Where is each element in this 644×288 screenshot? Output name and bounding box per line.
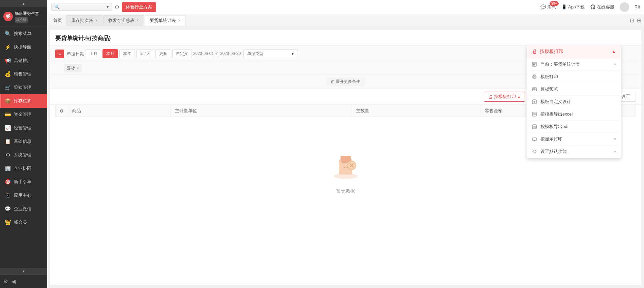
print-dropdown-item-current[interactable]: 当前：要货单统计表 ▾ bbox=[527, 58, 621, 71]
order-type-label: 要货 bbox=[67, 65, 75, 71]
enterprise-wechat-icon: 💬 bbox=[4, 205, 11, 212]
print-template-button[interactable]: 🖨 按模板打印 ▲ bbox=[484, 92, 525, 102]
tab-order-summary[interactable]: 要货单统计表 × bbox=[145, 15, 185, 26]
sidebar-item-label: 销售管理 bbox=[14, 71, 31, 77]
tab-inventory-batch-close[interactable]: × bbox=[95, 18, 97, 23]
order-type-filter: 要货 ▾ bbox=[64, 64, 82, 72]
type-filter-dropdown-icon: ▾ bbox=[292, 52, 294, 56]
app-download-button[interactable]: 📱 App下载 bbox=[561, 4, 585, 10]
sidebar-item-finance[interactable]: 💳 资金管理 bbox=[0, 108, 47, 121]
table-settings-header[interactable]: ⚙ bbox=[56, 105, 68, 117]
print-dropdown-item-default-func[interactable]: 设置默认功能 ▾ bbox=[527, 146, 621, 158]
date-btn-more[interactable]: 更多 bbox=[155, 49, 171, 58]
tab-restore-icon[interactable]: ⊡ bbox=[630, 17, 634, 24]
svg-point-33 bbox=[534, 151, 535, 152]
print-dropdown-item-export-excel[interactable]: 按模板导出excel bbox=[527, 108, 621, 121]
sidebar-item-beginner[interactable]: 🎯 新手引导 bbox=[0, 175, 47, 189]
svg-rect-29 bbox=[532, 138, 536, 140]
username-label[interactable]: Rit bbox=[635, 4, 640, 9]
sidebar-item-label: 经营管理 bbox=[14, 125, 31, 131]
sidebar-item-operations[interactable]: 📈 经营管理 bbox=[0, 121, 47, 135]
marketing-icon: 📢 bbox=[4, 57, 11, 64]
template-print-label: 模板打印 bbox=[540, 74, 558, 80]
svg-point-18 bbox=[534, 89, 535, 90]
date-btn-last-month[interactable]: 上月 bbox=[86, 49, 101, 58]
print-dropdown-close-icon[interactable]: ▲ bbox=[611, 49, 616, 54]
table-header-quantity: 主数量 bbox=[352, 105, 480, 117]
tabbar: 首页 库存批次账 × 收发存汇总表 × 要货单统计表 × ⊡ ⊞ bbox=[47, 14, 644, 27]
tab-receipts-summary-close[interactable]: × bbox=[137, 18, 139, 23]
inventory-icon: 📦 bbox=[4, 98, 11, 104]
settings-bottom-icon[interactable]: ⚙ bbox=[3, 278, 8, 285]
export-pdf-icon: PDF bbox=[532, 124, 537, 129]
collapse-sidebar-icon[interactable]: ◀ bbox=[11, 278, 16, 285]
date-filter-label: 单据日期 bbox=[67, 51, 84, 57]
type-filter-select[interactable]: 单据类型 ▾ bbox=[243, 49, 297, 58]
empty-text: 暂无数据 bbox=[336, 188, 355, 194]
enterprise-icon: 🏢 bbox=[4, 165, 11, 172]
tab-maximize-icon[interactable]: ⊞ bbox=[637, 17, 641, 24]
tab-home[interactable]: 首页 bbox=[50, 15, 65, 26]
sidebar-item-purchase[interactable]: 🛒 采购管理 bbox=[0, 81, 47, 94]
print-dropdown-item-export-pdf[interactable]: PDF 按模板导出pdf bbox=[527, 121, 621, 133]
date-btn-custom[interactable]: 自定义 bbox=[172, 49, 192, 58]
sidebar-item-quick-nav[interactable]: ⚡ 快捷导航 bbox=[0, 40, 47, 54]
print-arrow-icon: ▲ bbox=[517, 95, 521, 99]
topbar-search-box[interactable]: 🔍 ▾ bbox=[51, 3, 112, 11]
sidebar-item-label: 搜索菜单 bbox=[14, 31, 31, 37]
industry-solution-button[interactable]: 体验行业方案 bbox=[122, 2, 156, 12]
beginner-icon: 🎯 bbox=[4, 179, 11, 185]
expand-filter-button[interactable]: » bbox=[55, 50, 64, 58]
svg-rect-7 bbox=[342, 162, 348, 163]
topbar-gear-icon[interactable]: ⚙ bbox=[115, 4, 119, 10]
sidebar-item-marketing[interactable]: 📢 营销推广 bbox=[0, 54, 47, 67]
sidebar-scroll-down[interactable]: ▼ bbox=[0, 268, 47, 275]
sidebar-item-search[interactable]: 🔍 搜索菜单 bbox=[0, 27, 47, 40]
tab-order-summary-close[interactable]: × bbox=[178, 18, 180, 23]
sidebar-item-label: 采购管理 bbox=[14, 85, 31, 91]
topbar: 🔍 ▾ ⚙ 体验行业方案 💬 消息 99+ 📱 App下载 🎧 在线客服 Rit bbox=[47, 0, 644, 14]
svg-rect-2 bbox=[341, 156, 351, 162]
print-dropdown-header: 🖨 按模板打印 ▲ bbox=[527, 45, 621, 58]
display-print-arrow: ▾ bbox=[614, 137, 616, 141]
sidebar-item-app-center[interactable]: 📱 应用中心 bbox=[0, 189, 47, 202]
operations-icon: 📈 bbox=[4, 125, 11, 131]
tab-inventory-batch[interactable]: 库存批次账 × bbox=[66, 15, 103, 26]
print-dropdown-item-template-preview[interactable]: 模板预览 bbox=[527, 83, 621, 96]
print-dropdown-item-template-print[interactable]: 模板打印 bbox=[527, 71, 621, 83]
basic-icon: 📋 bbox=[4, 138, 11, 145]
online-service-label: 在线客服 bbox=[597, 4, 614, 10]
sidebar-scroll-up[interactable]: ▲ bbox=[0, 0, 47, 7]
page-content: 要货单统计表(按商品) » 单据日期 上月 本月 本年 近7天 更多 自定义 2… bbox=[50, 30, 641, 285]
expand-conditions-button[interactable]: ⊞ 展开更多条件 bbox=[326, 77, 365, 86]
sidebar: ▲ 畅 畅康通好生意 标准版 🔍 搜索菜单 ⚡ 快捷导航 📢 营销推广 💰 销售… bbox=[0, 0, 47, 288]
sidebar-item-label: 企业微信 bbox=[14, 206, 31, 212]
sidebar-item-basic[interactable]: 📋 基础信息 bbox=[0, 135, 47, 148]
search-icon: 🔍 bbox=[4, 30, 11, 37]
sidebar-item-inventory[interactable]: 📦 库存核算 bbox=[0, 94, 47, 108]
sidebar-item-enterprise-wechat[interactable]: 💬 企业微信 bbox=[0, 202, 47, 216]
export-excel-label: 按模板导出excel bbox=[540, 111, 573, 117]
sidebar-item-sales[interactable]: 💰 销售管理 bbox=[0, 67, 47, 81]
search-input[interactable] bbox=[61, 5, 105, 9]
printer-icon: 🖨 bbox=[488, 94, 493, 99]
date-btn-last-7days[interactable]: 近7天 bbox=[136, 49, 154, 58]
print-dropdown-item-display-print[interactable]: 按显示打印 ▾ bbox=[527, 133, 621, 146]
sidebar-item-enterprise[interactable]: 🏢 企业协同 bbox=[0, 162, 47, 175]
online-service-button[interactable]: 🎧 在线客服 bbox=[590, 4, 614, 10]
print-dropdown-menu: 🖨 按模板打印 ▲ 当前：要货单统计表 ▾ 模板打印 bbox=[527, 45, 621, 158]
sidebar-item-label: 系统管理 bbox=[14, 152, 31, 158]
tab-order-summary-label: 要货单统计表 bbox=[150, 18, 176, 24]
print-dropdown-item-template-design[interactable]: 模板自定义设计 bbox=[527, 96, 621, 108]
print-dropdown-item-display-print-left: 按显示打印 bbox=[532, 136, 562, 142]
search-dropdown-icon[interactable]: ▾ bbox=[107, 4, 109, 9]
date-btn-this-month[interactable]: 本月 bbox=[103, 49, 118, 58]
message-button[interactable]: 💬 消息 99+ bbox=[540, 4, 556, 10]
sidebar-item-system[interactable]: ⚙ 系统管理 bbox=[0, 148, 47, 162]
system-icon: ⚙ bbox=[4, 152, 11, 158]
date-btn-this-year[interactable]: 本年 bbox=[119, 49, 135, 58]
sidebar-logo: 畅 畅康通好生意 标准版 bbox=[0, 7, 47, 27]
tab-receipts-summary[interactable]: 收发存汇总表 × bbox=[103, 15, 144, 26]
user-avatar[interactable] bbox=[620, 2, 629, 12]
sidebar-item-member[interactable]: 👑 畅会员 bbox=[0, 216, 47, 229]
